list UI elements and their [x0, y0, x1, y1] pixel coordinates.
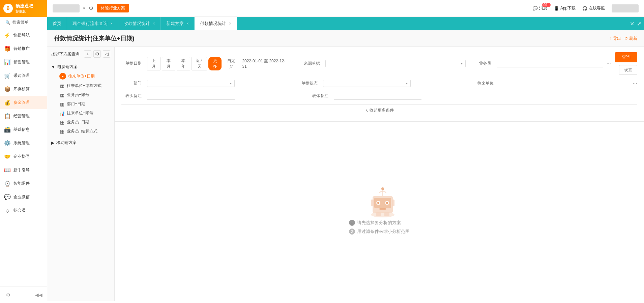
department-arrow: ▾	[230, 82, 232, 85]
scheme-item-5[interactable]: ▦ 业务员+日期	[51, 118, 110, 127]
search-menu[interactable]: 🔍 搜索菜单	[0, 17, 47, 28]
voucher-status-dropdown[interactable]: ▾	[323, 80, 411, 87]
collapse-button[interactable]: ∧ 收起更多条件	[121, 104, 637, 116]
sidebar-item-vip[interactable]: ◇ 畅会员	[0, 204, 47, 217]
cooperation-icon: 🤝	[4, 153, 11, 160]
content-area: 按以下方案查询 + ⚙ ◁ ▼ 电脑端方案 ● 往来单位+日期	[47, 47, 644, 301]
page-actions: ↑ 导出 ↺ 刷新	[610, 36, 637, 41]
trial-button[interactable]: 体验行业方案	[97, 4, 129, 12]
date-btn-last-month[interactable]: 上月	[147, 57, 160, 70]
header-remark-input[interactable]	[147, 92, 235, 100]
sidebar-item-inventory[interactable]: 📦 库存核算	[0, 82, 47, 96]
sidebar-item-marketing[interactable]: 🎁 营销推广	[0, 42, 47, 55]
finance-icon: 💰	[4, 99, 11, 106]
tip-number-1: 1	[349, 220, 355, 226]
active-scheme-dot: ●	[59, 73, 66, 80]
user-avatar[interactable]	[612, 4, 639, 12]
scheme-item-4[interactable]: 📊 往来单位+账号	[51, 109, 110, 118]
collapse-sidebar-button[interactable]: ◀◀	[34, 290, 43, 300]
app-download-button[interactable]: 📱 App下载	[554, 5, 576, 11]
date-btn-more[interactable]: 更多	[208, 57, 222, 70]
department-dropdown[interactable]: ▾	[147, 80, 235, 87]
vip-icon: ◇	[4, 207, 11, 214]
related-party-label: 往来单位	[467, 81, 494, 86]
inventory-icon: 📦	[4, 86, 11, 92]
tab-payment-stat2-close[interactable]: ×	[229, 21, 231, 26]
close-all-tabs-icon[interactable]: ✕	[630, 21, 634, 27]
sidebar-item-finance[interactable]: 💰 资金管理	[0, 96, 47, 109]
sidebar-item-system[interactable]: ⚙️ 系统管理	[0, 136, 47, 150]
service-icon: 🎧	[582, 6, 587, 11]
sidebar-item-cooperation[interactable]: 🤝 企业协同	[0, 150, 47, 163]
online-service-button[interactable]: 🎧 在线客服	[582, 5, 605, 11]
add-scheme-button[interactable]: +	[84, 50, 91, 58]
date-btn-last-7days[interactable]: 近7天	[192, 57, 207, 70]
tab-new-scheme[interactable]: 新建方案 ×	[161, 17, 195, 30]
sidebar-nav: ⚡ 快捷导航 🎁 营销推广 📊 销售管理 🛒 采购管理 📦 库存核算 💰 资金管…	[0, 28, 47, 286]
page-header: 付款情况统计(往来单位+日期) ↑ 导出 ↺ 刷新	[47, 30, 644, 47]
sidebar-item-guide[interactable]: 📖 新手引导	[0, 163, 47, 177]
scheme-settings-button[interactable]: ⚙	[93, 50, 101, 58]
refresh-button[interactable]: ↺ 刷新	[624, 36, 637, 41]
sidebar-item-basic[interactable]: 🗃️ 基础信息	[0, 123, 47, 136]
scheme-collapse-button[interactable]: ◁	[103, 50, 110, 58]
related-party-control: ···	[499, 80, 637, 87]
expand-tabs-icon[interactable]: ⤢	[637, 21, 641, 27]
mobile-expand-icon: ▶	[51, 141, 54, 145]
sidebar-item-wechat[interactable]: 💬 企业微信	[0, 190, 47, 204]
sidebar-item-sales[interactable]: 📊 销售管理	[0, 55, 47, 69]
messages-icon: 💬	[533, 6, 538, 11]
salesman-more-btn[interactable]: ···	[607, 61, 611, 67]
sidebar-item-operation[interactable]: 📋 经营管理	[0, 109, 47, 123]
export-icon: ↑	[610, 36, 612, 41]
related-party-input[interactable]	[499, 80, 630, 87]
mobile-category-header[interactable]: ▶ 移动端方案	[51, 140, 110, 146]
tab-cash-bank[interactable]: 现金银行流水查询 ×	[67, 17, 118, 30]
messages-button[interactable]: 💬 消息 99+	[533, 5, 547, 11]
body-remark-input[interactable]	[334, 92, 421, 100]
desktop-scheme-category: ▼ 电脑端方案 ● 往来单位+日期 ▦ 往来单位+结算方式 ▦ 业务员+账号	[47, 61, 114, 137]
tab-payment-stat2[interactable]: 付款情况统计 ×	[195, 17, 237, 30]
tab-home[interactable]: 首页	[47, 17, 67, 30]
query-area: 查询 设置	[615, 52, 637, 75]
filter-form: 单据日期 上月 本月 本年 近7天 更多 自定义 2022-01-01 至 20…	[115, 47, 644, 122]
svg-point-13	[381, 187, 384, 190]
filter-row-2: 部门 ▾ 单据状态 ▾	[121, 80, 637, 87]
logo-icon: 6	[3, 4, 13, 13]
tab-payment-stat[interactable]: 收款情况统计 ×	[118, 17, 161, 30]
filter-area: 单据日期 上月 本月 本年 近7天 更多 自定义 2022-01-01 至 20…	[115, 47, 644, 301]
source-voucher-select[interactable]: ▾	[325, 60, 466, 67]
settings-button[interactable]: ⚙	[3, 290, 13, 300]
date-btn-custom[interactable]: 自定义	[223, 57, 239, 70]
sidebar-item-hardware[interactable]: ⌚ 智能硬件	[0, 177, 47, 190]
setting-button[interactable]: 设置	[619, 65, 637, 75]
collapse-arrow-icon: ∧	[365, 108, 368, 113]
scheme-item-1[interactable]: ▦ 往来单位+结算方式	[51, 81, 110, 90]
sidebar-item-purchase[interactable]: 🛒 采购管理	[0, 69, 47, 82]
tab-payment-stat-close[interactable]: ×	[153, 21, 155, 26]
date-btn-this-year[interactable]: 本年	[177, 57, 190, 70]
scheme-item-2[interactable]: ▦ 业务员+账号	[51, 90, 110, 99]
tab-cash-bank-close[interactable]: ×	[110, 21, 113, 26]
date-btn-this-month[interactable]: 本月	[162, 57, 175, 70]
filter-row-3: 表头备注 表体备注	[121, 92, 637, 100]
scheme-item-6[interactable]: ▦ 业务员+结算方式	[51, 127, 110, 136]
scheme-item-0[interactable]: ● 往来单位+日期	[51, 71, 110, 81]
tabbar-actions: ✕ ⤢	[630, 17, 644, 30]
salesman-input[interactable]	[497, 60, 603, 67]
svg-rect-7	[379, 208, 386, 210]
scheme-item-3[interactable]: ▦ 部门+日期	[51, 99, 110, 109]
svg-point-6	[386, 202, 388, 204]
desktop-category-header[interactable]: ▼ 电脑端方案	[51, 64, 110, 70]
sidebar-item-quick-nav[interactable]: ⚡ 快捷导航	[0, 28, 47, 42]
query-button[interactable]: 查询	[615, 52, 637, 62]
related-party-more-btn[interactable]: ···	[633, 81, 637, 87]
page-title: 付款情况统计(往来单位+日期)	[54, 34, 135, 42]
quick-nav-icon: ⚡	[4, 32, 11, 38]
date-filter-control: 上月 本月 本年 近7天 更多 自定义 2022-01-01 至 2022-12…	[147, 57, 288, 70]
source-voucher-dropdown[interactable]: ▾	[325, 60, 466, 67]
company-dropdown-arrow[interactable]: ▾	[83, 6, 85, 11]
export-button[interactable]: ↑ 导出	[610, 36, 621, 41]
settings-gear-icon[interactable]: ⚙	[89, 5, 93, 11]
tab-new-scheme-close[interactable]: ×	[186, 21, 189, 26]
